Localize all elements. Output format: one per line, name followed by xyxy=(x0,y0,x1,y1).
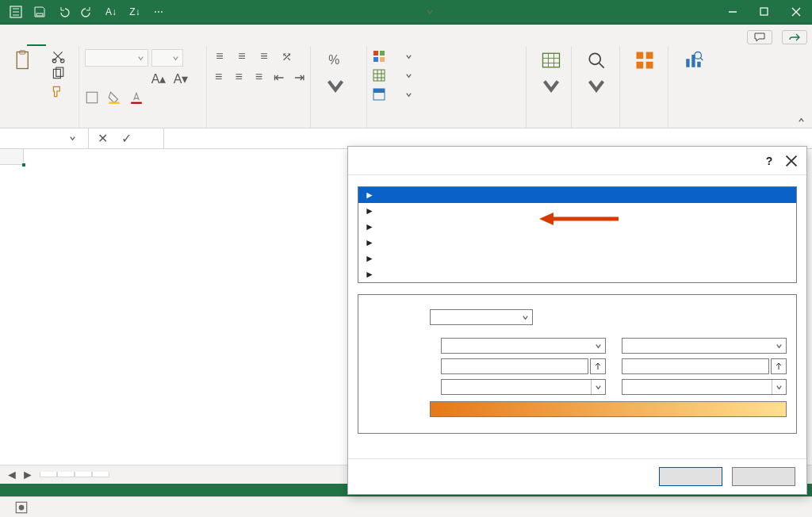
enter-formula-icon[interactable]: ✓ xyxy=(119,132,133,146)
rule-type-list[interactable]: ► ► ► ► ► ► xyxy=(358,186,797,283)
tab-help[interactable] xyxy=(198,40,217,46)
font-color-icon[interactable] xyxy=(129,90,144,105)
underline-button[interactable] xyxy=(129,71,144,86)
rule-type-item-3[interactable]: ► xyxy=(358,235,796,251)
sheet-nav-next-icon[interactable]: ► xyxy=(21,468,35,482)
svg-rect-27 xyxy=(686,59,689,67)
italic-button[interactable] xyxy=(107,71,121,86)
svg-rect-29 xyxy=(697,62,700,67)
ribbon-collapse-icon[interactable] xyxy=(793,113,809,126)
formula-input[interactable] xyxy=(169,133,209,144)
fx-icon[interactable] xyxy=(143,132,157,146)
value-min-ref-icon[interactable] xyxy=(590,358,606,374)
format-as-table-button[interactable] xyxy=(373,68,521,82)
chevron-down-icon[interactable] xyxy=(426,8,434,16)
format-style-combo[interactable] xyxy=(430,309,533,325)
tab-insert[interactable] xyxy=(46,40,65,46)
name-box[interactable] xyxy=(0,133,63,144)
sheet-tab-1[interactable] xyxy=(57,472,75,477)
cut-icon[interactable] xyxy=(51,49,65,63)
dialog-help-icon[interactable]: ? xyxy=(762,154,776,168)
value-max-ref-icon[interactable] xyxy=(771,358,787,374)
format-painter-icon[interactable] xyxy=(51,84,65,98)
svg-rect-14 xyxy=(373,51,378,56)
align-left-icon[interactable]: ≡ xyxy=(213,70,224,84)
indent-dec-icon[interactable]: ⇤ xyxy=(273,70,285,84)
share-button[interactable] xyxy=(782,30,807,44)
analyze-data-button[interactable] xyxy=(674,49,712,73)
indent-inc-icon[interactable]: ⇥ xyxy=(293,70,305,84)
undo-icon[interactable] xyxy=(57,6,70,18)
close-button[interactable] xyxy=(780,0,812,24)
bold-button[interactable] xyxy=(85,71,99,86)
tab-file[interactable] xyxy=(8,40,27,46)
cancel-formula-icon[interactable]: ✕ xyxy=(95,132,109,146)
type-max-combo[interactable] xyxy=(622,338,787,354)
svg-rect-25 xyxy=(637,62,644,69)
rule-type-item-1[interactable]: ► xyxy=(358,203,796,219)
redo-icon[interactable] xyxy=(81,6,94,18)
tab-draw[interactable] xyxy=(65,40,84,46)
font-family-combo[interactable] xyxy=(85,49,148,67)
font-size-combo[interactable] xyxy=(151,49,183,67)
editing-button[interactable] xyxy=(577,49,615,97)
align-bot-icon[interactable]: ≡ xyxy=(257,49,271,63)
type-min-combo[interactable] xyxy=(441,338,606,354)
sheet-tab-2[interactable] xyxy=(75,472,92,477)
tab-review[interactable] xyxy=(141,40,160,46)
fill-color-icon[interactable] xyxy=(107,90,121,105)
font-shrink-icon[interactable]: A▾ xyxy=(174,71,188,86)
svg-text:%: % xyxy=(328,53,339,67)
svg-point-22 xyxy=(589,53,600,64)
minimize-button[interactable] xyxy=(717,0,749,24)
align-right-icon[interactable]: ≡ xyxy=(253,70,265,84)
addins-button[interactable] xyxy=(626,49,664,73)
rule-type-item-0[interactable]: ► xyxy=(358,187,796,203)
border-icon[interactable] xyxy=(85,90,99,105)
group-number xyxy=(316,125,362,126)
sort-asc-icon[interactable]: A↓ xyxy=(105,6,117,18)
color-max-picker[interactable] xyxy=(622,379,787,395)
tab-view[interactable] xyxy=(160,40,179,46)
sheet-tab-0[interactable] xyxy=(40,472,57,477)
tab-developer[interactable] xyxy=(179,40,198,46)
qat-overflow-icon[interactable]: ⋯ xyxy=(152,6,165,18)
cancel-button[interactable] xyxy=(732,467,795,486)
select-all-corner[interactable] xyxy=(0,149,24,165)
font-grow-icon[interactable]: A▴ xyxy=(151,71,166,86)
name-box-dropdown[interactable] xyxy=(63,135,81,142)
align-center-icon[interactable]: ≡ xyxy=(232,70,244,84)
copy-icon[interactable] xyxy=(51,67,65,81)
tab-formulas[interactable] xyxy=(103,40,122,46)
sheet-nav-prev-icon[interactable]: ◄ xyxy=(5,468,19,482)
group-font xyxy=(85,125,201,126)
rule-type-item-5[interactable]: ► xyxy=(358,266,796,282)
value-max-input[interactable] xyxy=(622,358,769,374)
rule-type-item-2[interactable]: ► xyxy=(358,219,796,235)
macro-record-icon[interactable] xyxy=(14,500,29,515)
number-format-button[interactable]: % xyxy=(316,49,354,97)
paste-button[interactable] xyxy=(5,49,43,73)
value-min-input[interactable] xyxy=(441,358,588,374)
conditional-formatting-button[interactable] xyxy=(373,49,521,63)
svg-rect-15 xyxy=(380,51,385,56)
dialog-close-icon[interactable] xyxy=(784,154,799,168)
align-mid-icon[interactable]: ≡ xyxy=(235,49,249,63)
comments-button[interactable] xyxy=(747,30,772,44)
cell-styles-button[interactable] xyxy=(373,87,521,101)
tab-pagelayout[interactable] xyxy=(84,40,103,46)
tab-home[interactable] xyxy=(27,39,46,46)
color-min-picker[interactable] xyxy=(441,379,606,395)
sheet-tab-3[interactable] xyxy=(92,472,109,477)
tab-data[interactable] xyxy=(122,40,141,46)
svg-rect-21 xyxy=(543,53,560,67)
orientation-icon[interactable]: ⤱ xyxy=(279,49,293,63)
save-icon[interactable] xyxy=(33,6,46,18)
maximize-button[interactable] xyxy=(749,0,780,24)
svg-rect-16 xyxy=(373,57,378,62)
rule-type-item-4[interactable]: ► xyxy=(358,251,796,266)
cells-button[interactable] xyxy=(532,49,570,97)
ok-button[interactable] xyxy=(659,467,722,486)
sort-desc-icon[interactable]: Z↓ xyxy=(128,6,141,18)
align-top-icon[interactable]: ≡ xyxy=(213,49,227,63)
